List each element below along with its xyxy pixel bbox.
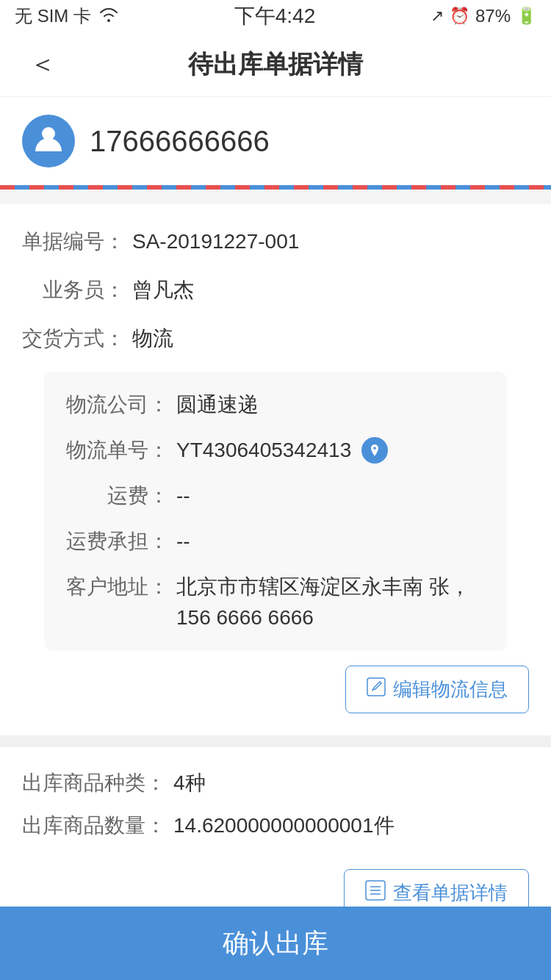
logistics-card: 物流公司： 圆通速递 物流单号： YT4306405342413 运费： -- … — [44, 372, 507, 651]
page-title: 待出库单据详情 — [188, 48, 363, 82]
tracking-no-row: 物流单号： YT4306405342413 — [66, 435, 485, 466]
customer-header: 17666666666 — [0, 97, 551, 185]
freight-bear-value: -- — [176, 526, 485, 557]
location-service-icon: ↗ — [431, 7, 444, 26]
delivery-row: 交货方式： 物流 — [22, 323, 529, 354]
salesman-label: 业务员： — [22, 275, 125, 306]
carrier-text: 无 SIM 卡 — [15, 4, 91, 28]
stock-section: 出库商品种类： 4种 出库商品数量： 14.620000000000001件 — [0, 747, 551, 862]
freight-row: 运费： -- — [66, 480, 485, 511]
stock-types-label: 出库商品种类： — [22, 769, 166, 797]
confirm-outbound-button[interactable]: 确认出库 — [0, 907, 551, 980]
wifi-icon — [98, 6, 119, 26]
dashed-divider — [0, 185, 551, 190]
status-right: ↗ ⏰ 87% 🔋 — [431, 6, 536, 26]
back-button[interactable]: ＜ — [22, 39, 63, 90]
order-no-label: 单据编号： — [22, 226, 125, 257]
confirm-btn-label: 确认出库 — [223, 926, 328, 962]
order-no-value: SA-20191227-001 — [132, 226, 529, 257]
delivery-label: 交货方式： — [22, 323, 125, 354]
edit-btn-label: 编辑物流信息 — [393, 677, 508, 702]
battery-text: 87% — [475, 6, 511, 26]
stock-types-value: 4种 — [173, 769, 206, 797]
status-left: 无 SIM 卡 — [15, 4, 119, 28]
avatar — [22, 115, 75, 167]
address-value: 北京市市辖区海淀区永丰南 张，156 6666 6666 — [176, 572, 485, 633]
stock-quantity-label: 出库商品数量： — [22, 812, 166, 840]
view-btn-label: 查看单据详情 — [393, 880, 508, 906]
address-label: 客户地址： — [66, 572, 169, 602]
delivery-value: 物流 — [132, 323, 529, 354]
salesman-value: 曾凡杰 — [132, 275, 529, 306]
svg-rect-1 — [367, 678, 385, 696]
battery-icon: 🔋 — [516, 7, 536, 26]
alarm-icon: ⏰ — [450, 7, 469, 26]
tracking-no-label: 物流单号： — [66, 435, 169, 466]
stock-types-row: 出库商品种类： 4种 — [22, 769, 529, 797]
section-divider-1 — [0, 735, 551, 747]
customer-phone: 17666666666 — [90, 125, 270, 158]
tracking-no-value: YT4306405342413 — [176, 435, 485, 466]
person-icon — [34, 123, 63, 159]
status-bar: 无 SIM 卡 下午4:42 ↗ ⏰ 87% 🔋 — [0, 0, 551, 32]
time-display: 下午4:42 — [234, 2, 316, 30]
address-row: 客户地址： 北京市市辖区海淀区永丰南 张，156 6666 6666 — [66, 572, 485, 633]
stock-quantity-row: 出库商品数量： 14.620000000000001件 — [22, 812, 529, 840]
stock-quantity-value: 14.620000000000001件 — [173, 812, 395, 840]
freight-label: 运费： — [66, 480, 169, 511]
logistics-company-value: 圆通速递 — [176, 389, 485, 420]
freight-bear-label: 运费承担： — [66, 526, 169, 557]
confirm-btn-wrap: 确认出库 — [0, 907, 551, 980]
logistics-company-label: 物流公司： — [66, 389, 169, 420]
order-no-row: 单据编号： SA-20191227-001 — [22, 226, 529, 257]
nav-bar: ＜ 待出库单据详情 — [0, 32, 551, 97]
edit-btn-wrap: 编辑物流信息 — [22, 651, 529, 713]
edit-logistics-button[interactable]: 编辑物流信息 — [345, 666, 529, 713]
list-icon — [365, 880, 386, 906]
map-location-icon[interactable] — [361, 437, 388, 464]
logistics-company-row: 物流公司： 圆通速递 — [66, 389, 485, 420]
freight-value: -- — [176, 480, 485, 511]
edit-pencil-icon — [367, 677, 386, 702]
freight-bear-row: 运费承担： -- — [66, 526, 485, 557]
salesman-row: 业务员： 曾凡杰 — [22, 275, 529, 306]
order-info-section: 单据编号： SA-20191227-001 业务员： 曾凡杰 交货方式： 物流 … — [0, 204, 551, 735]
